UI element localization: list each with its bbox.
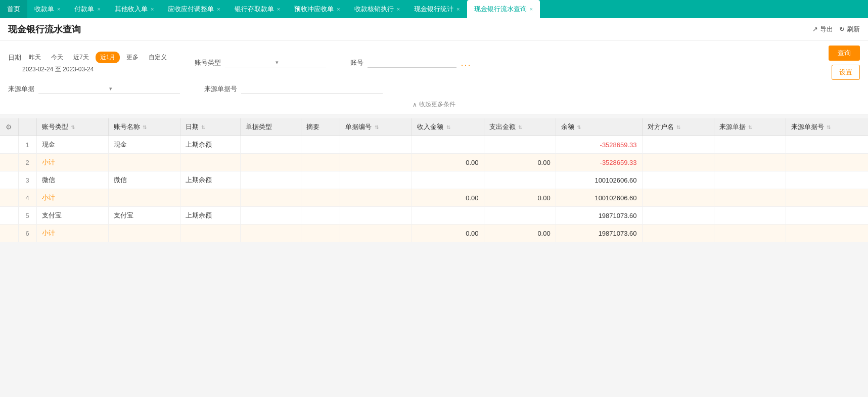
row-number: 3 <box>18 171 36 189</box>
row-gear <box>0 136 18 154</box>
close-icon[interactable]: × <box>217 0 220 18</box>
cell-date: 上期余额 <box>180 136 241 154</box>
cell-summary <box>301 171 340 189</box>
collapse-label: 收起更多条件 <box>419 100 455 109</box>
cell-source_doc <box>714 154 786 171</box>
refresh-button[interactable]: ↻ 刷新 <box>839 25 860 34</box>
table-row: 5支付宝支付宝上期余额19871073.60 <box>0 207 868 225</box>
cell-account_type: 小计 <box>36 225 108 242</box>
account-label: 账号 <box>350 58 363 67</box>
date-btn-今天[interactable]: 今天 <box>48 52 67 63</box>
header-row: ⚙账号类型 ⇅账号名称 ⇅日期 ⇅单据类型摘要单据编号 ⇅收入金额 ⇅支出金额 … <box>0 118 868 136</box>
collapse-icon: ∧ <box>413 101 417 108</box>
nav-item-现金银行统计[interactable]: 现金银行统计× <box>407 0 467 18</box>
source-doc-no-input[interactable] <box>241 84 383 94</box>
th-doc_no[interactable]: 单据编号 ⇅ <box>340 118 412 136</box>
close-icon[interactable]: × <box>337 0 340 18</box>
date-btn-更多[interactable]: 更多 <box>123 52 142 63</box>
cell-source_doc_no <box>786 189 868 207</box>
gear-icon[interactable]: ⚙ <box>6 123 12 131</box>
date-filter-group: 日期 昨天今天近7天近1月更多自定义 2023-02-24 至 2023-03-… <box>8 52 170 74</box>
cell-source_doc_no <box>786 225 868 242</box>
cell-source_doc_no <box>786 154 868 171</box>
cell-counterpart <box>642 154 714 171</box>
th-account_name[interactable]: 账号名称 ⇅ <box>108 118 180 136</box>
row-number: 6 <box>18 225 36 242</box>
th-gear: ⚙ <box>0 118 18 136</box>
date-btn-近7天[interactable]: 近7天 <box>70 52 93 63</box>
date-btn-自定义[interactable]: 自定义 <box>145 52 170 63</box>
row-number: 1 <box>18 136 36 154</box>
close-icon[interactable]: × <box>277 0 280 18</box>
account-type-label: 账号类型 <box>195 58 221 67</box>
row-gear <box>0 207 18 225</box>
filter-area: 日期 昨天今天近7天近1月更多自定义 2023-02-24 至 2023-03-… <box>0 40 868 114</box>
date-btn-近1月[interactable]: 近1月 <box>96 52 120 63</box>
collapse-bar[interactable]: ∧ 收起更多条件 <box>8 98 860 109</box>
close-icon[interactable]: × <box>530 0 533 18</box>
table-container: ⚙账号类型 ⇅账号名称 ⇅日期 ⇅单据类型摘要单据编号 ⇅收入金额 ⇅支出金额 … <box>0 118 868 242</box>
top-nav: 首页收款单×付款单×其他收入单×应收应付调整单×银行存取款单×预收冲应收单×收款… <box>0 0 868 18</box>
cell-doc_no <box>340 207 412 225</box>
close-icon[interactable]: × <box>456 0 460 18</box>
date-options: 昨天今天近7天近1月更多自定义 <box>25 52 170 63</box>
cell-balance: -3528659.33 <box>556 136 642 154</box>
filter-row-date: 日期 昨天今天近7天近1月更多自定义 2023-02-24 至 2023-03-… <box>8 46 860 80</box>
cell-doc_no <box>340 136 412 154</box>
close-icon[interactable]: × <box>97 0 100 18</box>
th-income[interactable]: 收入金额 ⇅ <box>412 118 484 136</box>
th-date[interactable]: 日期 ⇅ <box>180 118 241 136</box>
th-doc_type: 单据类型 <box>241 118 301 136</box>
table-row: 6小计0.000.0019871073.60 <box>0 225 868 242</box>
nav-item-现金银行流水查询[interactable]: 现金银行流水查询× <box>467 0 540 18</box>
cell-account_type: 小计 <box>36 154 108 171</box>
cell-source_doc <box>714 171 786 189</box>
account-input[interactable] <box>368 58 456 68</box>
cell-source_doc_no <box>786 207 868 225</box>
account-filter: 账号 ... <box>350 58 471 68</box>
account-type-select[interactable]: ▾ <box>225 58 326 67</box>
th-source_doc[interactable]: 来源单据 ⇅ <box>714 118 786 136</box>
cell-balance: -3528659.33 <box>556 154 642 171</box>
account-dots-button[interactable]: ... <box>461 58 471 67</box>
filter-row-source: 来源单据 ▾ 来源单据号 <box>8 84 860 94</box>
cell-expense: 0.00 <box>484 225 556 242</box>
account-type-dropdown-icon: ▾ <box>276 59 324 66</box>
cell-account_name: 现金 <box>108 136 180 154</box>
cell-date <box>180 225 241 242</box>
cell-account_name <box>108 189 180 207</box>
cell-summary <box>301 225 340 242</box>
query-button[interactable]: 查询 <box>829 46 860 61</box>
row-number: 4 <box>18 189 36 207</box>
cell-source_doc <box>714 225 786 242</box>
nav-item-其他收入单[interactable]: 其他收入单× <box>108 0 161 18</box>
th-account_type[interactable]: 账号类型 ⇅ <box>36 118 108 136</box>
close-icon[interactable]: × <box>397 0 400 18</box>
nav-item-付款单[interactable]: 付款单× <box>67 0 107 18</box>
nav-item-收款单[interactable]: 收款单× <box>27 0 67 18</box>
settings-button[interactable]: 设置 <box>832 65 860 80</box>
cell-balance: 100102606.60 <box>556 171 642 189</box>
th-expense[interactable]: 支出金额 ⇅ <box>484 118 556 136</box>
nav-item-首页[interactable]: 首页 <box>0 0 27 18</box>
cell-doc_no <box>340 154 412 171</box>
th-source_doc_no[interactable]: 来源单据号 ⇅ <box>786 118 868 136</box>
nav-item-银行存取款单[interactable]: 银行存取款单× <box>227 0 287 18</box>
nav-item-应收应付调整单[interactable]: 应收应付调整单× <box>161 0 227 18</box>
th-balance[interactable]: 余额 ⇅ <box>556 118 642 136</box>
cell-account_type: 支付宝 <box>36 207 108 225</box>
source-doc-no-label: 来源单据号 <box>204 84 237 94</box>
cell-source_doc <box>714 136 786 154</box>
nav-item-预收冲应收单[interactable]: 预收冲应收单× <box>287 0 347 18</box>
cell-income <box>412 136 484 154</box>
table-row: 4小计0.000.00100102606.60 <box>0 189 868 207</box>
close-icon[interactable]: × <box>151 0 154 18</box>
source-doc-select[interactable]: ▾ <box>38 84 180 94</box>
nav-item-收款核销执行[interactable]: 收款核销执行× <box>347 0 407 18</box>
export-button[interactable]: ↗ 导出 <box>812 25 833 34</box>
cell-account_type: 小计 <box>36 189 108 207</box>
close-icon[interactable]: × <box>57 0 60 18</box>
export-icon: ↗ <box>812 25 818 33</box>
date-btn-昨天[interactable]: 昨天 <box>25 52 44 63</box>
th-counterpart[interactable]: 对方户名 ⇅ <box>642 118 714 136</box>
